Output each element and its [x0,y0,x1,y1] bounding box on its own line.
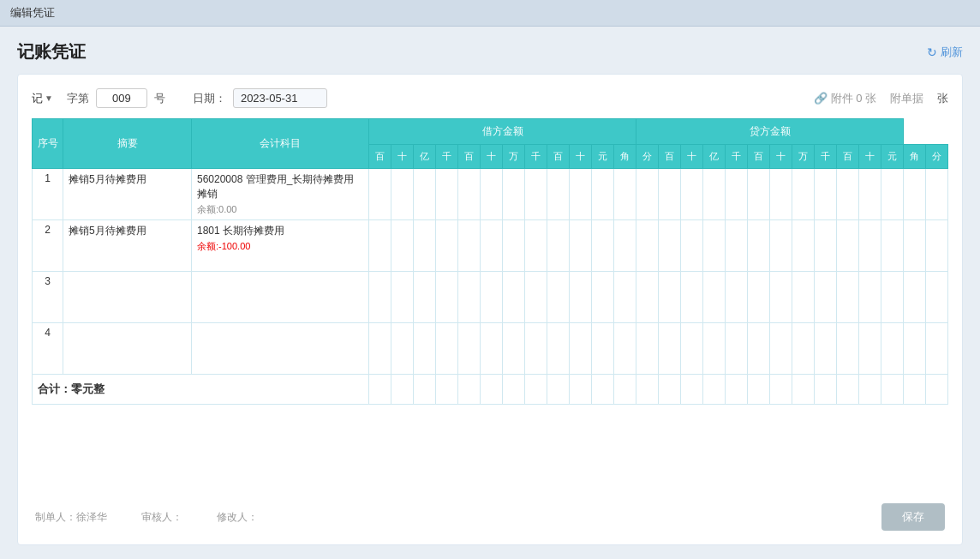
amount-cell-r2-c19[interactable] [770,220,792,272]
row-account-1[interactable]: 56020008 管理费用_长期待摊费用摊销余额:0.00 [192,169,369,220]
amount-cell-r3-c10[interactable] [570,272,592,323]
refresh-button[interactable]: ↻ 刷新 [927,45,963,60]
amount-cell-r1-c2[interactable] [391,169,414,220]
amount-cell-r1-c18[interactable] [748,169,770,220]
amount-cell-r4-c23[interactable] [859,323,881,375]
attach-link[interactable]: 🔗 附件 0 张 [814,91,876,106]
amount-cell-r2-c3[interactable] [414,220,436,272]
amount-cell-r1-c26[interactable] [926,169,948,220]
amount-cell-r3-c13[interactable] [636,272,659,323]
amount-cell-r4-c9[interactable] [547,323,570,375]
amount-cell-r2-c6[interactable] [481,220,503,272]
amount-cell-r1-c14[interactable] [659,169,681,220]
amount-cell-r2-c22[interactable] [837,220,859,272]
amount-cell-r2-c4[interactable] [436,220,458,272]
amount-cell-r1-c22[interactable] [837,169,859,220]
save-button[interactable]: 保存 [881,503,945,531]
amount-cell-r3-c24[interactable] [881,272,904,323]
amount-cell-r1-c7[interactable] [503,169,525,220]
amount-cell-r3-c25[interactable] [904,272,926,323]
amount-cell-r3-c12[interactable] [614,272,636,323]
amount-cell-r2-c2[interactable] [391,220,414,272]
amount-cell-r3-c19[interactable] [770,272,792,323]
amount-cell-r2-c11[interactable] [592,220,614,272]
amount-cell-r1-c9[interactable] [547,169,570,220]
amount-cell-r4-c19[interactable] [770,323,792,375]
amount-cell-r2-c16[interactable] [703,220,726,272]
amount-cell-r4-c15[interactable] [681,323,703,375]
amount-cell-r3-c3[interactable] [414,272,436,323]
amount-cell-r2-c24[interactable] [881,220,904,272]
amount-cell-r2-c1[interactable] [369,220,391,272]
amount-cell-r4-c16[interactable] [703,323,726,375]
amount-cell-r2-c5[interactable] [458,220,481,272]
amount-cell-r3-c9[interactable] [547,272,570,323]
amount-cell-r1-c17[interactable] [726,169,748,220]
amount-cell-r4-c12[interactable] [614,323,636,375]
amount-cell-r1-c5[interactable] [458,169,481,220]
amount-cell-r1-c1[interactable] [369,169,391,220]
amount-cell-r2-c8[interactable] [525,220,547,272]
amount-cell-r1-c16[interactable] [703,169,726,220]
amount-cell-r4-c20[interactable] [792,323,815,375]
amount-cell-r4-c2[interactable] [391,323,414,375]
row-account-2[interactable]: 1801 长期待摊费用余额:-100.00 [192,220,369,272]
amount-cell-r3-c16[interactable] [703,272,726,323]
amount-cell-r4-c3[interactable] [414,323,436,375]
amount-cell-r3-c26[interactable] [926,272,948,323]
amount-cell-r2-c21[interactable] [815,220,837,272]
amount-cell-r2-c26[interactable] [926,220,948,272]
amount-cell-r3-c8[interactable] [525,272,547,323]
amount-cell-r3-c21[interactable] [815,272,837,323]
amount-cell-r3-c14[interactable] [659,272,681,323]
amount-cell-r4-c10[interactable] [570,323,592,375]
amount-cell-r1-c4[interactable] [436,169,458,220]
amount-cell-r2-c25[interactable] [904,220,926,272]
date-input[interactable] [233,88,327,108]
amount-cell-r4-c13[interactable] [636,323,659,375]
amount-cell-r2-c23[interactable] [859,220,881,272]
amount-cell-r1-c3[interactable] [414,169,436,220]
amount-cell-r2-c9[interactable] [547,220,570,272]
amount-cell-r2-c10[interactable] [570,220,592,272]
amount-cell-r4-c6[interactable] [481,323,503,375]
amount-cell-r1-c10[interactable] [570,169,592,220]
amount-cell-r4-c7[interactable] [503,323,525,375]
row-account-4[interactable] [192,323,369,375]
amount-cell-r1-c20[interactable] [792,169,815,220]
ji-select[interactable]: 记 ▼ [32,91,53,106]
amount-cell-r1-c6[interactable] [481,169,503,220]
amount-cell-r1-c11[interactable] [592,169,614,220]
amount-cell-r3-c23[interactable] [859,272,881,323]
amount-cell-r4-c14[interactable] [659,323,681,375]
amount-cell-r2-c17[interactable] [726,220,748,272]
amount-cell-r1-c13[interactable] [636,169,659,220]
amount-cell-r1-c24[interactable] [881,169,904,220]
amount-cell-r3-c6[interactable] [481,272,503,323]
amount-cell-r4-c8[interactable] [525,323,547,375]
amount-cell-r3-c20[interactable] [792,272,815,323]
amount-cell-r2-c15[interactable] [681,220,703,272]
amount-cell-r3-c7[interactable] [503,272,525,323]
row-summary-1[interactable]: 摊销5月待摊费用 [63,169,192,220]
amount-cell-r2-c14[interactable] [659,220,681,272]
fj-button[interactable]: 附单据 [890,91,923,106]
amount-cell-r2-c13[interactable] [636,220,659,272]
amount-cell-r4-c22[interactable] [837,323,859,375]
amount-cell-r1-c8[interactable] [525,169,547,220]
row-summary-4[interactable] [63,323,192,375]
amount-cell-r4-c1[interactable] [369,323,391,375]
amount-cell-r1-c23[interactable] [859,169,881,220]
amount-cell-r3-c17[interactable] [726,272,748,323]
amount-cell-r3-c2[interactable] [391,272,414,323]
amount-cell-r3-c18[interactable] [748,272,770,323]
row-summary-2[interactable]: 摊销5月待摊费用 [63,220,192,272]
amount-cell-r1-c25[interactable] [904,169,926,220]
amount-cell-r1-c15[interactable] [681,169,703,220]
amount-cell-r4-c24[interactable] [881,323,904,375]
amount-cell-r4-c11[interactable] [592,323,614,375]
amount-cell-r2-c7[interactable] [503,220,525,272]
amount-cell-r4-c5[interactable] [458,323,481,375]
amount-cell-r3-c11[interactable] [592,272,614,323]
row-summary-3[interactable] [63,272,192,323]
